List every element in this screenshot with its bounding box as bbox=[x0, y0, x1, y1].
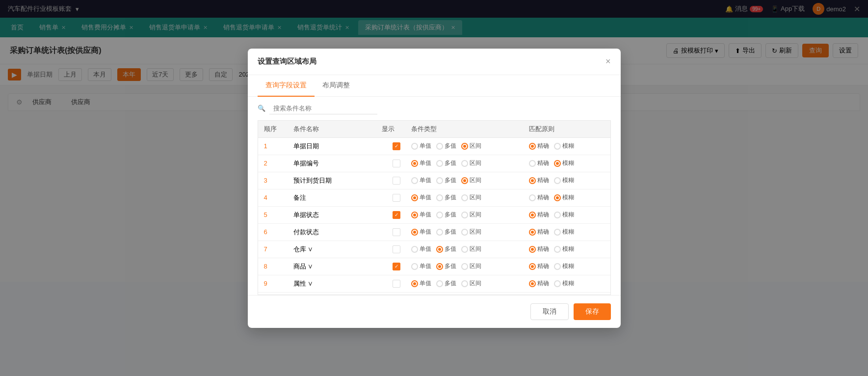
type-radio-item[interactable]: 多值 bbox=[436, 159, 456, 167]
radio-circle bbox=[554, 212, 561, 218]
radio-circle bbox=[436, 177, 443, 184]
type-radio-item[interactable]: 区间 bbox=[461, 159, 481, 167]
type-radio-item[interactable]: 多值 bbox=[436, 262, 456, 270]
radio-circle bbox=[529, 160, 536, 167]
radio-circle bbox=[436, 246, 443, 253]
dialog-search-bar: 🔍 bbox=[248, 97, 621, 120]
match-radio-item[interactable]: 模糊 bbox=[554, 245, 574, 253]
radio-circle bbox=[411, 194, 418, 201]
type-radio-item[interactable]: 多值 bbox=[436, 211, 456, 219]
cell-name: 预计到货日期 bbox=[293, 176, 382, 185]
type-radio-item[interactable]: 多值 bbox=[436, 245, 456, 253]
type-radio-item[interactable]: 区间 bbox=[461, 142, 481, 150]
display-checkbox[interactable] bbox=[393, 280, 400, 282]
radio-circle bbox=[411, 246, 418, 253]
match-radio-item[interactable]: 精确 bbox=[529, 262, 549, 270]
type-radio-item[interactable]: 多值 bbox=[436, 228, 456, 236]
type-radio-item[interactable]: 多值 bbox=[436, 279, 456, 282]
type-radio-item[interactable]: 区间 bbox=[461, 245, 481, 253]
match-radio-item[interactable]: 精确 bbox=[529, 279, 549, 282]
cell-display bbox=[382, 245, 411, 253]
display-checkbox[interactable]: ✓ bbox=[393, 263, 400, 270]
radio-circle bbox=[554, 229, 561, 236]
cell-type: 单值多值区间 bbox=[411, 228, 529, 236]
dialog-tab-query-fields[interactable]: 查询字段设置 bbox=[258, 75, 315, 97]
type-radio-item[interactable]: 单值 bbox=[411, 159, 431, 167]
match-radio-item[interactable]: 模糊 bbox=[554, 262, 574, 270]
cell-match: 精确模糊 bbox=[529, 176, 611, 185]
dialog-title: 设置查询区域布局 bbox=[258, 57, 316, 66]
type-radio-item[interactable]: 单值 bbox=[411, 228, 431, 236]
match-radio-item[interactable]: 精确 bbox=[529, 245, 549, 253]
col-type: 条件类型 bbox=[411, 125, 529, 134]
display-checkbox[interactable]: ✓ bbox=[393, 211, 400, 219]
radio-circle bbox=[411, 229, 418, 236]
match-radio-item[interactable]: 精确 bbox=[529, 193, 549, 202]
radio-circle bbox=[411, 212, 418, 218]
type-radio-item[interactable]: 多值 bbox=[436, 176, 456, 185]
display-checkbox[interactable] bbox=[393, 160, 400, 167]
radio-circle bbox=[554, 280, 561, 282]
match-radio-item[interactable]: 模糊 bbox=[554, 279, 574, 282]
match-radio-item[interactable]: 模糊 bbox=[554, 228, 574, 236]
cell-name: 商品 ∨ bbox=[293, 262, 382, 271]
cell-name: 属性 ∨ bbox=[293, 279, 382, 282]
type-radio-item[interactable]: 单值 bbox=[411, 279, 431, 282]
radio-circle bbox=[529, 194, 536, 201]
radio-circle bbox=[529, 229, 536, 236]
match-radio-item[interactable]: 模糊 bbox=[554, 193, 574, 202]
type-radio-item[interactable]: 单值 bbox=[411, 193, 431, 202]
type-radio-item[interactable]: 单值 bbox=[411, 176, 431, 185]
type-radio-item[interactable]: 区间 bbox=[461, 262, 481, 270]
col-order: 顺序 bbox=[264, 125, 293, 134]
type-radio-item[interactable]: 单值 bbox=[411, 262, 431, 270]
cell-type: 单值多值区间 bbox=[411, 159, 529, 167]
match-radio-item[interactable]: 模糊 bbox=[554, 142, 574, 150]
radio-circle bbox=[461, 194, 468, 201]
match-radio-item[interactable]: 精确 bbox=[529, 211, 549, 219]
radio-circle bbox=[411, 280, 418, 282]
type-radio-item[interactable]: 多值 bbox=[436, 193, 456, 202]
match-radio-item[interactable]: 模糊 bbox=[554, 176, 574, 185]
cell-type: 单值多值区间 bbox=[411, 211, 529, 219]
type-radio-item[interactable]: 区间 bbox=[461, 279, 481, 282]
type-radio-item[interactable]: 区间 bbox=[461, 193, 481, 202]
type-radio-item[interactable]: 单值 bbox=[411, 245, 431, 253]
match-radio-item[interactable]: 精确 bbox=[529, 176, 549, 185]
dialog-tab-layout[interactable]: 布局调整 bbox=[315, 75, 358, 97]
type-radio-item[interactable]: 多值 bbox=[436, 142, 456, 150]
display-checkbox[interactable]: ✓ bbox=[393, 142, 400, 150]
radio-circle bbox=[461, 143, 468, 150]
type-radio-item[interactable]: 区间 bbox=[461, 176, 481, 185]
cell-match: 精确模糊 bbox=[529, 279, 611, 282]
match-radio-item[interactable]: 模糊 bbox=[554, 211, 574, 219]
col-display: 显示 bbox=[382, 125, 411, 134]
type-radio-item[interactable]: 单值 bbox=[411, 211, 431, 219]
cell-type: 单值多值区间 bbox=[411, 176, 529, 185]
cell-match: 精确模糊 bbox=[529, 228, 611, 236]
cell-type: 单值多值区间 bbox=[411, 262, 529, 270]
display-checkbox[interactable] bbox=[393, 177, 400, 185]
type-radio-item[interactable]: 单值 bbox=[411, 142, 431, 150]
table-row: 5单据状态✓单值多值区间精确模糊 bbox=[258, 207, 610, 224]
radio-circle bbox=[411, 160, 418, 167]
cell-name: 单据日期 bbox=[293, 142, 382, 151]
display-checkbox[interactable] bbox=[393, 245, 400, 253]
match-radio-item[interactable]: 模糊 bbox=[554, 159, 574, 167]
cell-display bbox=[382, 177, 411, 185]
search-input[interactable] bbox=[269, 103, 377, 114]
match-radio-item[interactable]: 精确 bbox=[529, 142, 549, 150]
radio-circle bbox=[461, 212, 468, 218]
cell-match: 精确模糊 bbox=[529, 159, 611, 167]
display-checkbox[interactable] bbox=[393, 228, 400, 236]
display-checkbox[interactable] bbox=[393, 194, 400, 202]
cell-order: 2 bbox=[264, 160, 293, 167]
cell-match: 精确模糊 bbox=[529, 142, 611, 150]
match-radio-item[interactable]: 精确 bbox=[529, 159, 549, 167]
cell-type: 单值多值区间 bbox=[411, 142, 529, 150]
match-radio-item[interactable]: 精确 bbox=[529, 228, 549, 236]
dialog-close-btn[interactable]: × bbox=[605, 56, 611, 67]
type-radio-item[interactable]: 区间 bbox=[461, 211, 481, 219]
radio-circle bbox=[436, 229, 443, 236]
type-radio-item[interactable]: 区间 bbox=[461, 228, 481, 236]
